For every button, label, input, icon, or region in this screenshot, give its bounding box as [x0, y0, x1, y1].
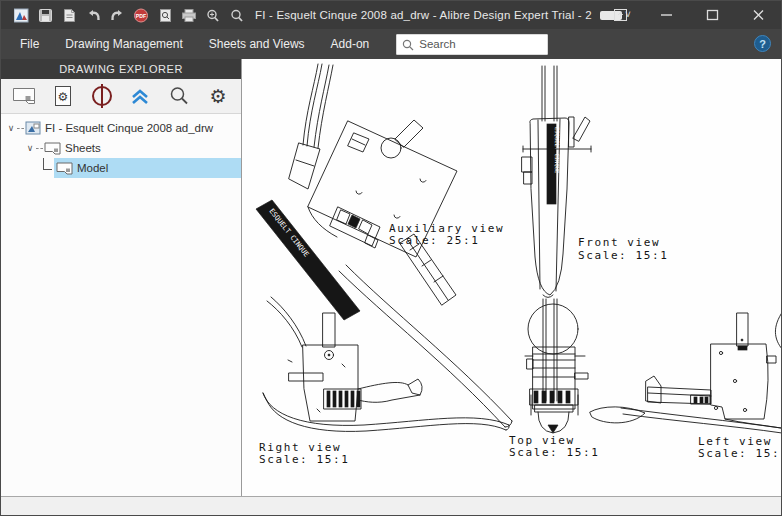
drawing-file-icon [25, 121, 41, 135]
tree-row-model[interactable]: Model [1, 158, 241, 178]
tree-label-sheets: Sheets [65, 142, 101, 154]
chevron-down-icon[interactable]: ∨ [6, 123, 16, 133]
svg-text:PDF: PDF [136, 12, 146, 18]
auxiliary-view-scale: Scale: 25:1 [389, 234, 479, 247]
export-pdf-icon[interactable]: PDF [129, 4, 153, 26]
help-icon[interactable]: ? [754, 35, 771, 52]
right-view-scale: Scale: 15:1 [259, 453, 349, 466]
window-title: FI - Esquelt Cinque 2008 ad_drw - Alibre… [255, 9, 592, 21]
tree-row-sheets[interactable]: ∨ Sheets [1, 138, 241, 158]
tree-row-root[interactable]: ∨ FI - Esquelt Cinque 2008 ad_drw [1, 118, 241, 138]
drawing-canvas[interactable]: ESQUELT CINQUE ESQUELT CINQUE [242, 59, 781, 496]
svg-text:⚙: ⚙ [58, 90, 69, 104]
menu-add-on[interactable]: Add-on [318, 29, 383, 59]
front-view-label: Front view [578, 236, 660, 249]
explorer-search-icon[interactable] [165, 82, 193, 110]
status-bar [1, 496, 781, 516]
undo-icon[interactable] [81, 4, 105, 26]
top-view-drawing [525, 299, 588, 433]
model-sheet-icon [56, 162, 73, 175]
sheet-icon[interactable] [10, 82, 38, 110]
explorer-tree: ∨ FI - Esquelt Cinque 2008 ad_drw ∨ Shee… [1, 114, 241, 496]
menu-bar: File Drawing Management Sheets and Views… [1, 29, 781, 59]
print-preview-icon[interactable] [153, 4, 177, 26]
close-button[interactable] [735, 1, 781, 29]
svg-text:⚙: ⚙ [209, 85, 226, 107]
print-icon[interactable] [177, 4, 201, 26]
search-input[interactable] [396, 34, 548, 55]
collapse-all-icon[interactable] [126, 82, 154, 110]
zoom-to-fit-icon[interactable] [201, 4, 225, 26]
tree-label-model: Model [77, 162, 108, 174]
front-view-drawing: ESQUELT CINQUE [522, 66, 591, 298]
left-view-drawing [590, 311, 781, 433]
title-bar: PDF FI - Esquelt Cinque 2008 ad_drw - Al… [1, 1, 781, 29]
menu-file[interactable]: File [7, 29, 52, 59]
front-view-scale: Scale: 15:1 [578, 249, 668, 262]
explorer-header: DRAWING EXPLORER [1, 59, 241, 79]
top-view-scale: Scale: 15:1 [509, 446, 599, 459]
app-window: PDF FI - Esquelt Cinque 2008 ad_drw - Al… [0, 0, 782, 516]
view-labels: Auxiliary view Scale: 25:1 Front view Sc… [259, 222, 781, 466]
explorer-toolbar: ⚙ ⚙ [1, 79, 241, 114]
right-view-drawing [263, 297, 509, 431]
zoom-icon[interactable] [225, 4, 249, 26]
maximize-button[interactable] [689, 1, 735, 29]
tree-label-root: FI - Esquelt Cinque 2008 ad_drw [45, 122, 213, 134]
chevron-down-icon[interactable]: ∨ [25, 143, 35, 153]
save-icon[interactable] [33, 4, 57, 26]
part-brand-band-front: ESQUELT CINQUE [554, 127, 560, 173]
dock-window-icon[interactable] [597, 1, 643, 29]
new-document-icon[interactable] [57, 4, 81, 26]
app-logo-icon [9, 4, 33, 26]
section-view-icon[interactable] [88, 82, 116, 110]
settings-gear-icon[interactable]: ⚙ [204, 82, 232, 110]
search-icon [401, 38, 415, 56]
redo-icon[interactable] [105, 4, 129, 26]
menu-sheets-and-views[interactable]: Sheets and Views [196, 29, 318, 59]
menu-drawing-management[interactable]: Drawing Management [52, 29, 195, 59]
sheets-folder-icon [44, 142, 61, 155]
sheet-properties-icon[interactable]: ⚙ [49, 82, 77, 110]
left-view-scale: Scale: 15:1 [698, 447, 781, 460]
drawing-explorer-panel: DRAWING EXPLORER ⚙ ⚙ [1, 59, 242, 496]
minimize-button[interactable] [643, 1, 689, 29]
selected-row-highlight[interactable]: Model [54, 158, 241, 178]
